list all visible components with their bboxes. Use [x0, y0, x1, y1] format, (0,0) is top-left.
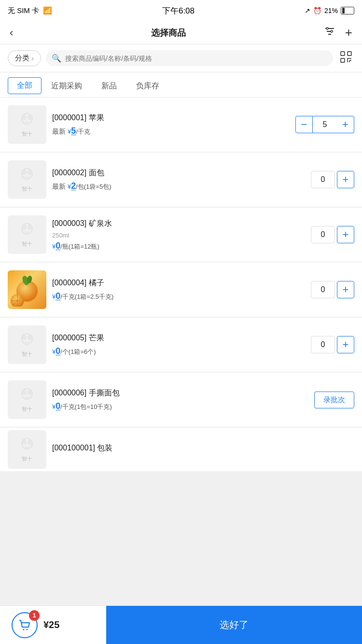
category-filter-button[interactable]: 分类 › — [8, 50, 41, 66]
svg-point-15 — [23, 116, 25, 118]
confirm-button[interactable]: 选好了 — [106, 606, 362, 644]
product-thumbnail: 智十 — [8, 325, 46, 364]
filter-button[interactable] — [324, 26, 335, 40]
tab-bar: 全部 近期采购 新品 负库存 — [0, 72, 362, 98]
product-info: [0000004] 橘子 ¥0/千克(1箱=2.5千克) — [52, 278, 305, 301]
quantity-decrease-button[interactable]: − — [295, 116, 313, 133]
svg-point-21 — [29, 171, 31, 173]
product-spec: 250ml — [52, 232, 305, 239]
product-price: ¥0/千克(1箱=2.5千克) — [52, 291, 305, 301]
status-left: 无 SIM 卡 📶 — [8, 6, 52, 15]
quantity-input[interactable] — [311, 226, 335, 243]
product-thumbnail: 智十 — [8, 430, 46, 469]
product-name: [0000005] 芒果 — [52, 333, 305, 343]
carrier-text: 无 SIM 卡 — [8, 6, 39, 15]
back-button[interactable]: ‹ — [10, 27, 13, 39]
qty-control: + — [311, 226, 354, 243]
product-info: [0000005] 芒果 ¥0/个(1箱=6个) — [52, 333, 305, 356]
cart-badge: 1 — [29, 610, 40, 621]
table-row: 智十 [000100001] 包装 — [0, 428, 362, 471]
product-thumbnail: 智十 — [8, 105, 46, 144]
battery-icon — [341, 7, 354, 14]
bottom-bar: 1 ¥25 选好了 — [0, 605, 362, 644]
cart-section: 1 ¥25 — [0, 612, 106, 638]
product-name: [000100001] 包装 — [52, 443, 354, 453]
product-info: [000100001] 包装 — [52, 443, 354, 456]
svg-point-51 — [29, 441, 31, 443]
search-input[interactable] — [65, 55, 327, 62]
svg-point-26 — [29, 226, 31, 228]
product-thumbnail: 智十 — [8, 215, 46, 254]
qty-control: + — [311, 336, 354, 353]
svg-point-3 — [326, 28, 328, 29]
product-price: ¥0/千克(1包=10千克) — [52, 401, 308, 411]
product-price: 最新 ¥2/包(1袋=5包) — [52, 181, 305, 191]
add-button[interactable]: + — [345, 25, 352, 40]
table-row: 智十 [0000003] 矿泉水 250ml ¥0/瓶(1箱=12瓶) + — [0, 208, 362, 262]
svg-point-40 — [23, 336, 25, 338]
product-name: [0000001] 苹果 — [52, 113, 290, 123]
qty-control: + — [311, 281, 354, 298]
tab-negative[interactable]: 负库存 — [126, 77, 169, 97]
product-info: [0000001] 苹果 最新 ¥5/千克 — [52, 113, 290, 136]
product-name: [0000004] 橘子 — [52, 278, 305, 288]
svg-rect-5 — [341, 52, 345, 56]
svg-point-45 — [23, 392, 25, 393]
product-price: ¥0/瓶(1箱=12瓶) — [52, 241, 305, 251]
location-icon: ↗ — [305, 7, 310, 14]
product-info: [0000003] 矿泉水 250ml ¥0/瓶(1箱=12瓶) — [52, 219, 305, 251]
product-name: [0000006] 手撕面包 — [52, 388, 308, 398]
tab-recent[interactable]: 近期采购 — [42, 77, 92, 97]
tab-all[interactable]: 全部 — [8, 77, 42, 94]
category-chevron: › — [31, 54, 34, 63]
table-row: 智十 [0000002] 面包 最新 ¥2/包(1袋=5包) + — [0, 153, 362, 207]
svg-point-52 — [23, 629, 25, 630]
status-right: ↗ ⏰ 21% — [305, 7, 354, 14]
svg-point-20 — [23, 171, 25, 173]
table-row: 智十 [0000006] 手撕面包 ¥0/千克(1包=10千克) 录批次 — [0, 373, 362, 427]
table-row: 智十 [0000005] 芒果 ¥0/个(1箱=6个) + — [0, 318, 362, 372]
quantity-increase-button[interactable]: + — [337, 171, 354, 188]
quantity-increase-button[interactable]: + — [337, 226, 354, 243]
nav-right-actions: + — [324, 25, 352, 40]
scan-barcode-button[interactable] — [338, 51, 354, 66]
batch-record-button[interactable]: 录批次 — [314, 392, 354, 408]
product-list: 智十 [0000001] 苹果 最新 ¥5/千克 − + — [0, 98, 362, 516]
quantity-increase-button[interactable]: + — [337, 336, 354, 353]
nav-bar: ‹ 选择商品 + — [0, 21, 362, 44]
svg-point-46 — [29, 392, 31, 393]
alarm-icon: ⏰ — [313, 7, 321, 14]
search-box: 🔍 — [46, 50, 333, 66]
quantity-input[interactable] — [311, 281, 335, 298]
status-time: 下午6:08 — [162, 5, 195, 16]
product-price: ¥0/个(1箱=6个) — [52, 346, 305, 356]
quantity-input[interactable] — [311, 171, 335, 188]
page-title: 选择商品 — [151, 27, 186, 39]
svg-point-41 — [29, 336, 31, 338]
svg-point-50 — [23, 441, 25, 443]
quantity-increase-button[interactable]: + — [337, 281, 354, 298]
cart-total: ¥25 — [43, 619, 59, 630]
quantity-increase-button[interactable]: + — [337, 116, 354, 133]
cart-button[interactable]: 1 — [12, 612, 38, 638]
quantity-input[interactable] — [311, 336, 335, 353]
svg-rect-6 — [348, 52, 351, 56]
product-name: [0000002] 面包 — [52, 168, 305, 178]
svg-rect-7 — [341, 58, 345, 62]
qty-control: − + — [295, 116, 354, 133]
status-bar: 无 SIM 卡 📶 下午6:08 ↗ ⏰ 21% — [0, 0, 362, 21]
category-label: 分类 — [15, 54, 29, 63]
product-thumbnail: 智十 — [8, 380, 46, 419]
table-row: 智十 [0000001] 苹果 最新 ¥5/千克 − + — [0, 98, 362, 152]
svg-point-16 — [29, 116, 31, 118]
tab-new[interactable]: 新品 — [92, 77, 126, 97]
wifi-icon: 📶 — [43, 6, 52, 15]
table-row: [0000004] 橘子 ¥0/千克(1箱=2.5千克) + — [0, 263, 362, 317]
product-info: [0000006] 手撕面包 ¥0/千克(1包=10千克) — [52, 388, 308, 411]
product-info: [0000002] 面包 最新 ¥2/包(1袋=5包) — [52, 168, 305, 191]
qty-control: 录批次 — [314, 392, 354, 408]
search-icon: 🔍 — [52, 54, 61, 63]
quantity-input[interactable] — [313, 116, 337, 133]
svg-point-25 — [23, 226, 25, 228]
filter-search-bar: 分类 › 🔍 — [0, 44, 362, 72]
